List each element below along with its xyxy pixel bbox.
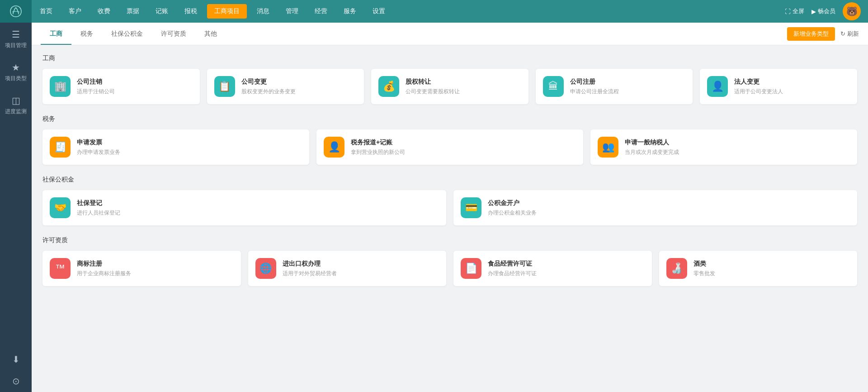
card-desc: 办理公积金相关业务: [488, 209, 850, 217]
nav-home[interactable]: 首页: [32, 0, 61, 23]
new-type-button[interactable]: 新增业务类型: [787, 27, 835, 41]
equity-icon: 💰: [378, 76, 399, 97]
nav-bill[interactable]: 票据: [118, 0, 147, 23]
top-navigation: 首页 客户 收费 票据 记账 报税 工商项目 消息 管理 经营 服务 设置 ⛶ …: [0, 0, 868, 23]
card-info: 食品经营许可证 办理食品经营许可证: [488, 260, 645, 277]
sidebar-item-help[interactable]: ⊙: [12, 370, 20, 392]
card-info: 公积金开户 办理公积金相关业务: [488, 199, 850, 217]
tab-license[interactable]: 许可资质: [152, 23, 195, 45]
nav-bookkeeping[interactable]: 记账: [147, 0, 176, 23]
card-tax-report[interactable]: 👤 税务报道+记账 拿到营业执照的新公司: [316, 129, 583, 165]
card-info: 申请发票 办理申请发票业务: [77, 139, 302, 156]
nav-operation[interactable]: 经营: [307, 0, 335, 23]
card-company-register[interactable]: 🏛 公司注册 申请公司注册全流程: [536, 69, 693, 104]
license-cards-grid: ™ 商标注册 用于企业商标注册服务 🌐 进出口权办理 适用于对外贸易经营者 📄: [42, 251, 857, 286]
card-desc: 用于企业商标注册服务: [77, 270, 234, 277]
fullscreen-btn[interactable]: ⛶ 全屏: [785, 7, 804, 15]
fullscreen-icon: ⛶: [785, 8, 791, 15]
card-desc: 当月或次月成变更完成: [625, 148, 850, 156]
tabs-bar: 工商 税务 社保公积金 许可资质 其他 新增业务类型 ↻ 刷新: [32, 23, 868, 45]
card-info: 税务报道+记账 拿到营业执照的新公司: [351, 139, 576, 156]
card-desc: 适用于对外贸易经营者: [283, 270, 439, 277]
tab-social-fund[interactable]: 社保公积金: [102, 23, 152, 45]
card-title: 股权转让: [406, 78, 521, 86]
company-cancel-icon: 🏢: [50, 76, 71, 97]
invoice-icon: 🧾: [50, 137, 71, 158]
section-title-license: 许可资质: [42, 236, 857, 244]
card-title: 申请发票: [77, 139, 302, 147]
sidebar-item-progress[interactable]: ◫ 进度监测: [0, 89, 32, 122]
card-title: 公积金开户: [488, 199, 850, 207]
tabs-actions: 新增业务类型 ↻ 刷新: [787, 27, 859, 41]
tab-tax[interactable]: 税务: [71, 23, 102, 45]
card-import-export[interactable]: 🌐 进出口权办理 适用于对外贸易经营者: [248, 251, 447, 286]
nav-industry[interactable]: 工商项目: [207, 4, 247, 19]
card-title: 食品经营许可证: [488, 260, 645, 268]
card-desc: 办理食品经营许可证: [488, 270, 645, 277]
sidebar-item-project-type[interactable]: ★ 项目类型: [0, 56, 32, 89]
play-icon: ▶: [811, 8, 816, 15]
section-title-industry: 工商: [42, 54, 857, 62]
card-title: 社保登记: [77, 199, 439, 207]
import-export-icon: 🌐: [255, 258, 276, 279]
card-title: 税务报道+记账: [351, 139, 576, 147]
sidebar: ☰ 项目管理 ★ 项目类型 ◫ 进度监测 ⬇ ⊙: [0, 23, 32, 392]
card-desc: 拿到营业执照的新公司: [351, 148, 576, 156]
nav-manage[interactable]: 管理: [278, 0, 307, 23]
card-general-taxpayer[interactable]: 👥 申请一般纳税人 当月或次月成变更完成: [590, 129, 857, 165]
card-title: 商标注册: [77, 260, 234, 268]
nav-settings[interactable]: 设置: [364, 0, 393, 23]
card-social-security[interactable]: 🤝 社保登记 进行人员社保登记: [42, 190, 446, 225]
sidebar-item-project-manage[interactable]: ☰ 项目管理: [0, 23, 32, 56]
card-legal-person-change[interactable]: 👤 法人变更 适用于公司变更法人: [700, 69, 857, 104]
card-desc: 进行人员社保登记: [77, 209, 439, 217]
card-invoice-apply[interactable]: 🧾 申请发票 办理申请发票业务: [42, 129, 309, 165]
content-area: 工商 税务 社保公积金 许可资质 其他 新增业务类型 ↻ 刷新 工商 🏢: [32, 23, 868, 392]
card-company-cancel[interactable]: 🏢 公司注销 适用于注销公司: [42, 69, 200, 104]
download-icon: ⬇: [12, 354, 20, 365]
mascot-avatar[interactable]: 🐻: [843, 2, 861, 20]
social-cards-grid: 🤝 社保登记 进行人员社保登记 💳 公积金开户 办理公积金相关业务: [42, 190, 857, 225]
card-title: 公司注册: [570, 78, 686, 86]
card-desc: 申请公司注册全流程: [570, 88, 686, 96]
nav-customer[interactable]: 客户: [61, 0, 90, 23]
card-liquor[interactable]: 🍶 酒类 零售批发: [659, 251, 858, 286]
liquor-icon: 🍶: [666, 258, 687, 279]
taxpayer-icon: 👥: [598, 137, 618, 158]
nav-fee[interactable]: 收费: [90, 0, 118, 23]
card-title: 酒类: [693, 260, 850, 268]
tab-other[interactable]: 其他: [195, 23, 226, 45]
card-desc: 股权变更外的业务变更: [241, 88, 357, 96]
app-logo[interactable]: [0, 0, 32, 23]
card-food-license[interactable]: 📄 食品经营许可证 办理食品经营许可证: [453, 251, 652, 286]
star-icon: ★: [12, 62, 20, 73]
card-title: 公司注销: [77, 78, 193, 86]
card-title: 法人变更: [734, 78, 850, 86]
scroll-content[interactable]: 工商 🏢 公司注销 适用于注销公司 📋 公司变更 股权变更外的业务变更: [32, 45, 868, 392]
legal-icon: 👤: [707, 76, 728, 97]
refresh-button[interactable]: ↻ 刷新: [840, 30, 859, 38]
company-change-icon: 📋: [214, 76, 235, 97]
card-equity-transfer[interactable]: 💰 股权转让 公司变更需要股权转让: [371, 69, 528, 104]
nav-service[interactable]: 服务: [335, 0, 364, 23]
fund-icon: 💳: [461, 197, 481, 218]
tab-industry[interactable]: 工商: [41, 23, 71, 45]
sidebar-item-download[interactable]: ⬇: [12, 349, 20, 370]
card-company-change[interactable]: 📋 公司变更 股权变更外的业务变更: [207, 69, 364, 104]
tax-cards-grid: 🧾 申请发票 办理申请发票业务 👤 税务报道+记账 拿到营业执照的新公司 👥: [42, 129, 857, 165]
card-trademark[interactable]: ™ 商标注册 用于企业商标注册服务: [42, 251, 241, 286]
card-info: 进出口权办理 适用于对外贸易经营者: [283, 260, 439, 277]
card-info: 商标注册 用于企业商标注册服务: [77, 260, 234, 277]
card-info: 申请一般纳税人 当月或次月成变更完成: [625, 139, 850, 156]
vip-btn[interactable]: ▶ 畅会员: [811, 7, 835, 15]
nav-tax[interactable]: 报税: [176, 0, 205, 23]
list-icon: ☰: [12, 29, 20, 40]
nav-message[interactable]: 消息: [249, 0, 278, 23]
refresh-icon: ↻: [840, 30, 845, 37]
sidebar-bottom: ⬇ ⊙: [12, 349, 20, 392]
register-icon: 🏛: [543, 76, 564, 97]
card-info: 股权转让 公司变更需要股权转让: [406, 78, 521, 96]
card-info: 公司注销 适用于注销公司: [77, 78, 193, 96]
section-title-social: 社保公积金: [42, 176, 857, 184]
card-provident-fund[interactable]: 💳 公积金开户 办理公积金相关业务: [453, 190, 857, 225]
